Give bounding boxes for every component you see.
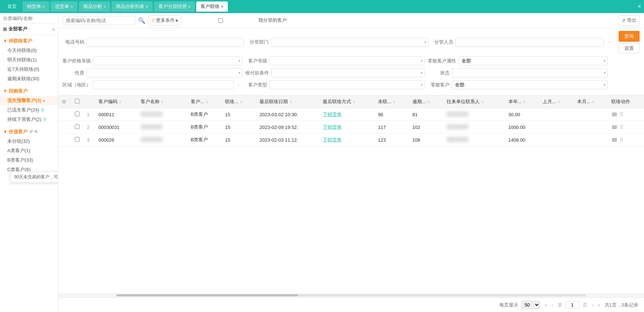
- col-code-sort-icon[interactable]: ⇅: [119, 100, 122, 104]
- nav-tab-sales-close[interactable]: ×: [43, 4, 45, 9]
- col-this-month-sort-icon[interactable]: ⇅: [592, 100, 595, 104]
- settings-button[interactable]: 设置: [619, 43, 640, 53]
- search-input[interactable]: [63, 16, 135, 25]
- nav-tab-product-analysis-close[interactable]: ×: [104, 4, 106, 9]
- phone-input[interactable]: [86, 38, 244, 47]
- nav-tab-home[interactable]: 首页: [3, 1, 21, 12]
- col-this-year-sort-icon[interactable]: ⇅: [523, 100, 526, 104]
- more-filter-button[interactable]: ▽ 更多条件 ▾: [148, 15, 181, 25]
- col-prev-contact[interactable]: 往来单位联系人 ⇅: [443, 96, 504, 108]
- more-icon-1[interactable]: ⠿: [620, 112, 623, 117]
- more-icon-2[interactable]: ⠿: [620, 124, 623, 130]
- export-button[interactable]: ↗ 导出: [618, 15, 640, 25]
- col-last-contact-date[interactable]: 最后联络日期 ⇅: [256, 96, 319, 108]
- my-customer-checkbox[interactable]: [184, 18, 257, 23]
- table-settings-icon[interactable]: ⚙: [62, 99, 67, 105]
- region-more-icon[interactable]: ···: [236, 81, 242, 89]
- col-type[interactable]: 客户... ⇅: [187, 96, 222, 108]
- sidebar-search-input[interactable]: [3, 16, 58, 21]
- payment-select[interactable]: [271, 68, 425, 77]
- more-icon-3[interactable]: ⠿: [620, 137, 623, 143]
- sidebar-item-loss-warning[interactable]: 流失预警客户(3) ●: [0, 96, 58, 105]
- sidebar-group-value-title[interactable]: ▼ 价值客户 ↺ ✎: [0, 127, 58, 137]
- first-page-button[interactable]: «: [543, 301, 548, 308]
- col-this-year[interactable]: 本年... ⇅: [505, 96, 539, 108]
- nav-tab-product-analysis-list[interactable]: 商品分析列表 ×: [112, 1, 152, 12]
- horizontal-scrollbar[interactable]: [58, 293, 644, 297]
- scrollbar-thumb[interactable]: [116, 294, 298, 296]
- status-select[interactable]: [452, 68, 608, 77]
- select-all-checkbox[interactable]: [75, 99, 80, 104]
- sidebar-item-declining[interactable]: 持续下滑客户(2) ⓪: [0, 115, 58, 124]
- value-group-refresh[interactable]: ↺: [29, 129, 33, 134]
- region-input[interactable]: [93, 80, 234, 89]
- contact-icon-2[interactable]: ☎: [611, 124, 617, 130]
- manager-more-icon[interactable]: ···: [606, 38, 613, 46]
- page-number-input[interactable]: [565, 301, 580, 309]
- next-page-button[interactable]: ›: [590, 301, 595, 308]
- my-customer-checkbox-label[interactable]: 我分管的客户: [184, 17, 287, 24]
- nav-tab-customer-contact-close[interactable]: ×: [221, 4, 223, 9]
- nav-tab-customer-segment-close[interactable]: ×: [188, 4, 190, 9]
- sidebar-item-already-lost[interactable]: 已流失客户(24) ⓪: [0, 105, 58, 115]
- query-button[interactable]: 查询: [619, 31, 640, 42]
- sidebar-item-today-contact[interactable]: 今天待联络(0): [0, 46, 58, 55]
- col-overdue[interactable]: 逾期... ⇅: [409, 96, 443, 108]
- col-type-sort-icon[interactable]: ⇅: [205, 100, 208, 104]
- col-contact-sort-icon[interactable]: ⇅: [240, 100, 243, 104]
- manager-input[interactable]: [455, 38, 604, 47]
- col-last-contact-date-sort-icon[interactable]: ⇅: [289, 100, 292, 104]
- search-button[interactable]: 🔍: [138, 17, 145, 24]
- col-overdue-sort-icon[interactable]: ⇅: [427, 100, 430, 104]
- prev-page-button[interactable]: ‹: [550, 301, 555, 308]
- nav-tab-product-analysis-list-close[interactable]: ×: [146, 4, 148, 9]
- col-uncontact-sort-icon[interactable]: ⇅: [393, 100, 395, 104]
- col-last-month-sort-icon[interactable]: ⇅: [558, 100, 560, 104]
- last-contact-way-link-3[interactable]: 下销货单: [323, 137, 342, 142]
- customer-level-select[interactable]: [269, 56, 425, 65]
- sidebar-item-unclassified[interactable]: 未分组(32): [0, 137, 58, 146]
- last-page-button[interactable]: »: [596, 301, 601, 308]
- col-last-contact-way[interactable]: 最后联络方式 ⇅: [319, 96, 374, 108]
- nature-select[interactable]: [86, 68, 242, 77]
- col-settings[interactable]: ⚙: [58, 96, 71, 108]
- scatter-customer-select[interactable]: 全部: [452, 80, 608, 89]
- sidebar-group-lost-title[interactable]: ▼ 回购客户: [0, 86, 58, 96]
- col-uncontact[interactable]: 未联... ⇅: [374, 96, 409, 108]
- nav-close-all-button[interactable]: ×: [638, 3, 641, 10]
- nav-tab-sales[interactable]: 销货单 ×: [23, 1, 49, 12]
- col-this-month[interactable]: 本月... ⇅: [573, 96, 608, 108]
- sidebar-item-tomorrow-contact[interactable]: 明天待联络(1): [0, 55, 58, 65]
- sidebar-item-overdue-contact[interactable]: 逾期未联络(30): [0, 74, 58, 84]
- row-checkbox-2[interactable]: [75, 124, 80, 129]
- nav-tab-product-analysis[interactable]: 商品分析 ×: [79, 1, 110, 12]
- col-name-sort-icon[interactable]: ⇅: [161, 100, 164, 104]
- page-size-select[interactable]: 50 20 100: [521, 301, 540, 309]
- sidebar-collapse-button[interactable]: «: [52, 27, 55, 32]
- price-level-select[interactable]: [93, 56, 242, 65]
- customer-type-select[interactable]: [269, 80, 425, 89]
- col-prev-contact-sort-icon[interactable]: ⇅: [481, 100, 484, 104]
- col-code[interactable]: 客户编码 ⇅: [95, 96, 137, 108]
- col-last-month[interactable]: 上月... ⇅: [539, 96, 573, 108]
- row-checkbox-3[interactable]: [75, 137, 80, 142]
- nav-tab-purchase[interactable]: 进货单 ×: [51, 1, 77, 12]
- scatter-attr-select[interactable]: 全部: [458, 56, 608, 65]
- sidebar-item-class-a[interactable]: A类客户(1): [0, 146, 58, 155]
- col-name[interactable]: 客户名称 ⇅: [137, 96, 187, 108]
- nav-tab-purchase-close[interactable]: ×: [71, 4, 73, 9]
- dept-select[interactable]: [271, 38, 428, 47]
- sidebar-item-class-b[interactable]: B类客户(33): [0, 155, 58, 165]
- contact-icon-1[interactable]: ☎: [611, 112, 617, 117]
- value-group-edit[interactable]: ✎: [34, 129, 38, 134]
- nav-tab-customer-contact[interactable]: 客户联络 ×: [196, 1, 228, 12]
- col-last-contact-way-sort-icon[interactable]: ⇅: [353, 100, 355, 104]
- row-checkbox-1[interactable]: [75, 112, 80, 116]
- last-contact-way-link-1[interactable]: 下销货单: [323, 112, 342, 117]
- nav-tab-customer-segment[interactable]: 客户分层经营 ×: [154, 1, 195, 12]
- sidebar-group-pending-title[interactable]: ▼ 待联络客户: [0, 36, 58, 46]
- last-contact-way-link-2[interactable]: 下销货单: [323, 124, 342, 130]
- contact-icon-3[interactable]: ☎: [611, 137, 617, 143]
- col-contact[interactable]: 联络... ⇅: [221, 96, 256, 108]
- sidebar-item-week-contact[interactable]: 近7天待联络(0): [0, 65, 58, 74]
